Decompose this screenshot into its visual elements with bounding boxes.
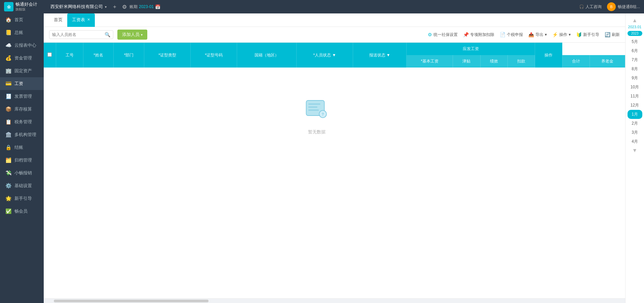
logo-icon: 会 [4, 2, 13, 11]
sidebar-item-label: 固定资产 [14, 68, 32, 74]
sidebar-item-label: 畅会员 [14, 208, 28, 214]
sidebar-item-fixed-assets[interactable]: 🏢 固定资产 [0, 64, 44, 77]
sidebar-item-label: 发票管理 [14, 93, 32, 99]
add-icon[interactable]: ＋ [112, 3, 117, 10]
refresh-icon: 🔄 [605, 32, 610, 37]
th-report-status[interactable]: 报送状态 ▼ [353, 43, 407, 68]
top-header: 会 畅通好会计 旗舰版 西安虾米网络科技有限公司 ▾ ＋ ⚙ 账期 2023-0… [0, 0, 644, 13]
sidebar-item-invoice[interactable]: 🧾 发票管理 [0, 90, 44, 103]
empty-text: 暂无数据 [308, 129, 326, 135]
tab-close-icon[interactable]: ✕ [87, 17, 90, 22]
month-12[interactable]: 12月 [628, 101, 642, 110]
header-icons: ＋ ⚙ [112, 3, 127, 10]
company-selector[interactable]: 西安虾米网络科技有限公司 ▾ [50, 4, 107, 10]
search-wrap: 🔍 [49, 30, 113, 39]
refresh-btn[interactable]: 🔄 刷新 [605, 32, 620, 38]
sidebar-item-close[interactable]: 🔒 结账 [0, 141, 44, 154]
user-area: B 畅捷通B组... [607, 2, 640, 11]
service-button[interactable]: 🎧 人工咨询 [579, 4, 602, 10]
calendar-icon[interactable]: 📅 [155, 4, 160, 9]
operation-btn[interactable]: ⚡ 操作 ▾ [552, 32, 571, 38]
month-9[interactable]: 9月 [628, 74, 642, 83]
guide-btn[interactable]: 🔰 新手引导 [576, 32, 599, 38]
guide-toolbar-icon: 🔰 [576, 32, 582, 37]
company-name: 西安虾米网络科技有限公司 [50, 4, 103, 10]
guide-label: 新手引导 [583, 32, 599, 38]
th-id-number: *证型号码 [191, 43, 237, 68]
sidebar-item-tax[interactable]: 📋 税务管理 [0, 116, 44, 128]
panel-period: 2023.01 [628, 25, 642, 29]
company-dropdown-icon[interactable]: ▾ [105, 5, 107, 9]
report-filter-icon: ▼ [386, 53, 390, 57]
th-country: 国籍（地区） [237, 43, 296, 68]
month-3[interactable]: 3月 [628, 128, 642, 137]
logo-area: 会 畅通好会计 旗舰版 [4, 2, 48, 12]
th-allowance: 津贴 [453, 55, 480, 68]
guide-icon: 🌟 [5, 196, 12, 202]
th-total: 合计 [562, 55, 590, 68]
month-2[interactable]: 2月 [628, 119, 642, 128]
month-4[interactable]: 4月 [628, 137, 642, 146]
month-1[interactable]: 1月 [628, 110, 642, 119]
scroll-down-icon[interactable]: ▼ [632, 146, 638, 155]
th-status[interactable]: *人员状态 ▼ [296, 43, 353, 68]
month-11[interactable]: 11月 [628, 92, 642, 101]
month-10[interactable]: 10月 [628, 83, 642, 92]
tab-salary-label: 工资表 [72, 17, 85, 23]
sidebar-item-guide[interactable]: 🌟 新手引导 [0, 192, 44, 205]
special-deduction-btn[interactable]: 📌 专项附加扣除 [463, 32, 494, 38]
sidebar-item-cloud-report[interactable]: ☁️ 云报表中心 [0, 39, 44, 52]
year-badge: 2023 [628, 31, 642, 36]
member-icon: ✅ [5, 208, 12, 214]
sidebar-item-member[interactable]: ✅ 畅会员 [0, 205, 44, 218]
social-security-btn[interactable]: ⚙ 统一社保设置 [428, 32, 458, 38]
user-avatar: B [607, 2, 616, 11]
content-area: 首页 工资表 ✕ 🔍 添加人员 ▾ ⚙ 统一社保设置 [44, 13, 625, 303]
sidebar-item-ledger[interactable]: 📒 总账 [0, 26, 44, 39]
tab-home-label: 首页 [54, 17, 63, 23]
expense-icon: 💸 [5, 170, 12, 176]
add-person-label: 添加人员 [122, 32, 140, 38]
logo-text-block: 畅通好会计 旗舰版 [15, 2, 37, 12]
sidebar-item-label: 首页 [14, 17, 23, 23]
tax-declaration-btn[interactable]: 📄 个税申报 [500, 32, 523, 38]
bottom-scrollbar[interactable] [44, 298, 625, 303]
sidebar-item-home[interactable]: 🏠 首页 [0, 13, 44, 26]
svg-text:?: ? [321, 112, 324, 116]
operation-icon: ⚡ [552, 32, 558, 37]
sidebar-item-fund[interactable]: 💰 资金管理 [0, 52, 44, 64]
sidebar-item-expense[interactable]: 💸 小畅报销 [0, 167, 44, 179]
search-input[interactable] [52, 32, 103, 37]
sidebar-item-inventory[interactable]: 📦 库存核算 [0, 103, 44, 116]
tab-home[interactable]: 首页 [49, 13, 67, 27]
table-wrap: 工号 *姓名 *部门 *证型类型 *证型号码 国籍（地区） *人员状态 ▼ 报送… [44, 43, 625, 298]
select-all-checkbox[interactable] [47, 52, 52, 57]
add-person-button[interactable]: 添加人员 ▾ [117, 30, 147, 40]
tab-salary-table[interactable]: 工资表 ✕ [67, 13, 95, 27]
export-btn[interactable]: 📤 导出 ▾ [528, 32, 547, 38]
main-layout: 🏠 首页 📒 总账 ☁️ 云报表中心 💰 资金管理 🏢 固定资产 💳 工资 🧾 … [0, 13, 644, 303]
sidebar-item-multi-org[interactable]: 🏛️ 多机构管理 [0, 128, 44, 141]
th-department: *部门 [114, 43, 144, 68]
salary-icon: 💳 [5, 81, 12, 87]
sidebar-item-label: 归档管理 [14, 157, 32, 163]
archive-icon: 🗂️ [5, 157, 12, 163]
sidebar-item-salary[interactable]: 💳 工资 [0, 77, 44, 90]
month-8[interactable]: 8月 [628, 64, 642, 74]
sidebar-item-label: 新手引导 [14, 196, 32, 202]
sidebar-item-settings[interactable]: ⚙️ 基础设置 [0, 179, 44, 192]
tax-icon: 📋 [5, 119, 12, 125]
assets-icon: 🏢 [5, 68, 12, 74]
tab-bar: 首页 工资表 ✕ [44, 13, 625, 27]
sidebar-item-label: 税务管理 [14, 119, 32, 125]
month-5[interactable]: 5月 [628, 37, 642, 46]
month-6[interactable]: 6月 [628, 46, 642, 55]
app-edition: 旗舰版 [15, 7, 37, 12]
month-7[interactable]: 7月 [628, 55, 642, 64]
th-checkbox[interactable] [44, 43, 56, 68]
settings-icon[interactable]: ⚙ [122, 4, 127, 10]
scroll-up-icon[interactable]: ▲ [632, 16, 638, 25]
svg-rect-3 [308, 110, 319, 111]
th-id-type: *证型类型 [144, 43, 190, 68]
sidebar-item-archive[interactable]: 🗂️ 归档管理 [0, 154, 44, 167]
